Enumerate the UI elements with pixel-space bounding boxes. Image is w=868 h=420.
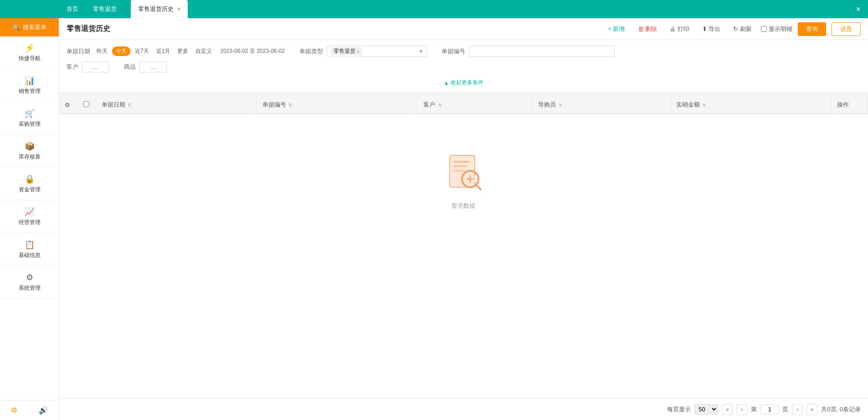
window-close-button[interactable]: × [856, 5, 861, 14]
th-guide-sort: ⇅ [559, 102, 562, 108]
pagination-bar: 每页显示 50 10 20 100 « ‹ 第 页 › » 共0页, 0条记录 [59, 398, 868, 420]
tab-retail-return-history-label: 零售退货历史 [138, 5, 174, 13]
tab-retail-return[interactable]: 零售退货 × [86, 0, 131, 18]
doc-type-tag-remove[interactable]: × [357, 49, 360, 54]
goods-label: 商品 [124, 63, 136, 71]
filter-doc-number: 单据编号 [442, 46, 615, 57]
th-number[interactable]: 单据编号 ⇅ [257, 96, 417, 114]
tab-retail-return-history[interactable]: 零售退货历史 × [131, 0, 188, 18]
page-label: 第 [751, 405, 757, 414]
data-table: ⚙ 单据日期 ⇅ 单据编号 ⇅ 客户 [59, 96, 868, 246]
show-detail-checkbox-label[interactable]: 显示明细 [761, 25, 792, 33]
per-page-select[interactable]: 50 10 20 100 [694, 404, 718, 415]
tab-home[interactable]: 首页 [59, 0, 86, 18]
per-page-label: 每页显示 [667, 405, 691, 414]
empty-label: 暂无数据 [452, 202, 475, 210]
print-button[interactable]: 🖨 打印 [666, 23, 693, 35]
date-opt-last7[interactable]: 近7天 [132, 46, 152, 56]
page-next-button[interactable]: › [792, 404, 803, 415]
page-actions: + 新增 🗑 删除 🖨 打印 ⬆ 导出 ↻ 刷新 显示明细 查询 设置 [604, 22, 861, 36]
sidebar-item-finance[interactable]: 🔒 资金管理 [0, 168, 59, 200]
th-date-sort: ⇅ [128, 102, 131, 108]
date-opt-today[interactable]: 今天 [112, 46, 130, 56]
select-all-checkbox[interactable] [83, 101, 89, 107]
date-opt-last-month[interactable]: 近1月 [154, 46, 173, 56]
sidebar-audio-button[interactable]: 🔊 [39, 406, 48, 415]
goods-input[interactable]: ... [139, 61, 167, 72]
top-bar: 首页 零售退货 × 零售退货历史 × × [0, 0, 868, 18]
doc-type-label: 单据类型 [299, 47, 323, 56]
th-actions-label: 操作 [837, 101, 849, 108]
total-info: 共0页, 0条记录 [821, 405, 861, 414]
sidebar-item-quick-nav-label: 快捷导航 [19, 55, 41, 62]
date-opt-custom[interactable]: 自定义 [193, 46, 215, 56]
empty-state: 暂无数据 [59, 114, 868, 246]
sidebar-item-inventory[interactable]: 📦 库存核算 [0, 135, 59, 168]
sidebar-item-purchase-mgmt[interactable]: 🛒 采购管理 [0, 102, 59, 135]
th-amount[interactable]: 实销金额 ⇅ [670, 96, 831, 114]
th-settings[interactable]: ⚙ [59, 96, 77, 114]
main-layout: 🔍 搜索菜单 ⚡ 快捷导航 📊 销售管理 🛒 采购管理 📦 库存核算 🔒 [0, 18, 868, 420]
doc-type-tag-box[interactable]: 零售退货 × ▾ [327, 46, 427, 57]
export-button[interactable]: ⬆ 导出 [699, 23, 724, 35]
th-number-label: 单据编号 [262, 101, 286, 108]
date-filter-label: 单据日期 [67, 47, 90, 56]
show-detail-checkbox[interactable] [761, 26, 767, 32]
doc-type-dropdown-arrow: ▾ [420, 48, 423, 55]
sidebar-item-finance-label: 资金管理 [19, 186, 41, 194]
tab-home-label: 首页 [67, 5, 78, 13]
page-last-button[interactable]: » [806, 404, 817, 415]
sidebar-search[interactable]: 🔍 搜索菜单 [0, 18, 59, 36]
svg-rect-3 [453, 170, 465, 172]
filter-goods: 商品 ... [124, 61, 167, 72]
page-number-input[interactable] [760, 405, 779, 414]
sidebar-item-basic-info[interactable]: 📋 基础信息 [0, 233, 59, 266]
tab-retail-return-close[interactable]: × [120, 6, 123, 12]
delete-button[interactable]: 🗑 删除 [634, 23, 661, 35]
page-prev-button[interactable]: ‹ [736, 404, 747, 415]
sidebar-item-operations[interactable]: 📈 经营管理 [0, 200, 59, 233]
table-empty-row: 暂无数据 [59, 114, 868, 246]
th-guide[interactable]: 导购员 ⇅ [533, 96, 671, 114]
query-button[interactable]: 查询 [798, 22, 826, 36]
th-checkbox[interactable] [77, 96, 96, 114]
tab-retail-return-history-close[interactable]: × [177, 6, 180, 12]
page-header: 零售退货历史 + 新增 🗑 删除 🖨 打印 ⬆ 导出 ↻ 刷新 显示明细 查询 … [59, 18, 868, 40]
customer-input[interactable]: ... [82, 61, 109, 72]
sidebar-item-sales-mgmt[interactable]: 📊 销售管理 [0, 69, 59, 102]
th-date[interactable]: 单据日期 ⇅ [96, 96, 257, 114]
doc-number-input[interactable] [469, 46, 615, 57]
add-button[interactable]: + 新增 [604, 23, 628, 35]
doc-type-tag: 零售退货 × [331, 47, 362, 56]
sidebar-item-quick-nav[interactable]: ⚡ 快捷导航 [0, 36, 59, 69]
th-amount-label: 实销金额 [676, 101, 700, 108]
page-first-button[interactable]: « [722, 404, 733, 415]
tab-retail-return-label: 零售退货 [93, 5, 117, 13]
sidebar-settings-button[interactable]: ⚙ [11, 406, 17, 415]
table-container: ⚙ 单据日期 ⇅ 单据编号 ⇅ 客户 [59, 96, 868, 398]
collapse-label: 收起更多条件 [451, 79, 483, 87]
sidebar-item-system[interactable]: ⚙ 系统管理 [0, 266, 59, 299]
sidebar-item-operations-label: 经营管理 [19, 219, 41, 226]
filter-date: 单据日期 昨天 今天 近7天 近1月 更多 自定义 2023-06-02 至 2… [67, 46, 285, 56]
sidebar-nav: ⚡ 快捷导航 📊 销售管理 🛒 采购管理 📦 库存核算 🔒 资金管理 📈 [0, 36, 59, 400]
filter-row-2: 客户 ... 商品 ... [67, 61, 861, 72]
collapse-filter-row[interactable]: ▲ 收起更多条件 [67, 77, 861, 88]
page-unit: 页 [782, 405, 788, 414]
main-content: 零售退货历史 + 新增 🗑 删除 🖨 打印 ⬆ 导出 ↻ 刷新 显示明细 查询 … [59, 18, 868, 420]
basic-info-icon: 📋 [25, 240, 35, 250]
date-opt-more[interactable]: 更多 [175, 46, 191, 56]
table-header-row: ⚙ 单据日期 ⇅ 单据编号 ⇅ 客户 [59, 96, 868, 114]
operations-icon: 📈 [25, 207, 35, 217]
sidebar-item-inventory-label: 库存核算 [19, 153, 41, 161]
settings-button[interactable]: 设置 [832, 22, 861, 36]
th-customer[interactable]: 客户 ⇅ [418, 96, 533, 114]
refresh-button[interactable]: ↻ 刷新 [729, 23, 755, 35]
svg-rect-1 [453, 161, 469, 163]
filter-doc-type: 单据类型 零售退货 × ▾ [299, 46, 427, 57]
date-range-display: 2023-06-02 至 2023-06-02 [220, 47, 284, 55]
purchase-mgmt-icon: 🛒 [25, 108, 35, 118]
date-opt-yesterday[interactable]: 昨天 [94, 46, 110, 56]
sidebar-item-purchase-mgmt-label: 采购管理 [19, 120, 41, 128]
doc-number-label: 单据编号 [442, 47, 465, 56]
